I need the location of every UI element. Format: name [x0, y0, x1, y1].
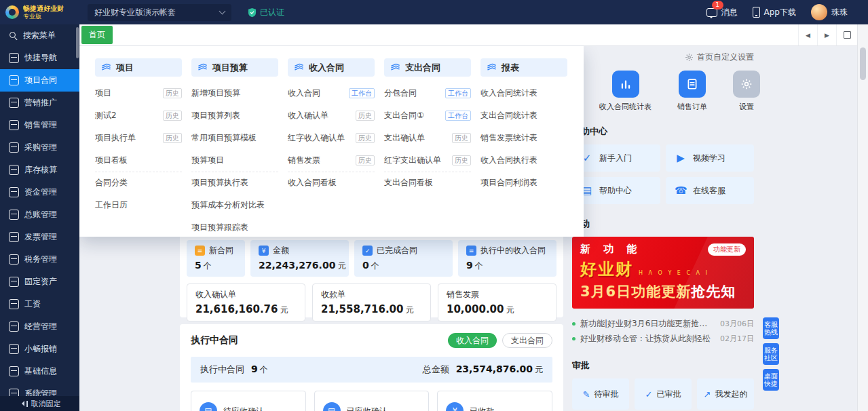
sidebar-item-payroll[interactable]: 工资: [0, 293, 79, 315]
menu-item[interactable]: 预算项目: [191, 153, 278, 172]
menu-item[interactable]: 项目预算执行表: [191, 176, 278, 189]
menu-item[interactable]: 收入确认单 历史: [288, 109, 375, 122]
menu-item[interactable]: 项目 历史: [95, 86, 182, 100]
menu-item[interactable]: 收入合同执行表: [480, 153, 567, 167]
menu-item[interactable]: 项目执行单 历史: [95, 131, 182, 144]
sidebar-item-label: 库存核算: [24, 164, 57, 176]
menu-item[interactable]: 收入合同看板: [288, 176, 375, 189]
stat-card[interactable]: ¥ 金额 22,243,276.00元: [250, 240, 349, 277]
menu-item[interactable]: 项目预算跟踪表: [191, 220, 278, 234]
menu-item[interactable]: 支出合同看板: [384, 176, 471, 189]
menu-item[interactable]: 支出合同① 工作台: [384, 109, 471, 122]
sidebar-item-funds[interactable]: 资金管理: [0, 181, 79, 203]
megamenu-item-list: 新增项目预算 项目预算列表 常用项目预算模板 预算项目 项目预算: [191, 86, 288, 234]
menu-item[interactable]: 测试2 历史: [95, 109, 182, 122]
scrollbar-thumb[interactable]: [860, 47, 866, 80]
sidebar-scroll-indicator[interactable]: [76, 27, 79, 58]
menu-item[interactable]: 支出确认单 历史: [384, 131, 471, 144]
tab-scroll-right-button[interactable]: ▶: [817, 24, 836, 45]
shortcut-income-contract-report[interactable]: 收入合同统计表: [599, 71, 652, 112]
floating-hotline-button[interactable]: 客服热线: [763, 317, 779, 339]
sidebar-item-operations[interactable]: 经营管理: [0, 315, 79, 338]
help-card[interactable]: ▶ 视频学习: [666, 144, 754, 172]
sidebar-item-quick-nav[interactable]: 快捷导航: [0, 47, 79, 69]
sidebar-item-search[interactable]: 搜索菜单: [0, 24, 79, 47]
document-stat-card[interactable]: 销售发票 10,000.00元: [438, 283, 556, 321]
stat-card[interactable]: ✓ 已完成合同 0个: [354, 240, 453, 277]
document-stat-card[interactable]: 收入确认单 21,616,160.76元: [187, 283, 305, 321]
approval-card[interactable]: ✎ 待审批: [572, 378, 629, 410]
help-card[interactable]: ☎ 在线客服: [666, 177, 754, 204]
menu-item[interactable]: 项目合同利润表: [480, 176, 567, 189]
news-item[interactable]: 好业财移动仓管：让拣货从此刻轻松 02月17日: [572, 331, 754, 346]
sidebar-item-marketing[interactable]: 营销推广: [0, 92, 79, 114]
account-set-selector[interactable]: 好业财专业版演示帐套: [88, 4, 231, 21]
menu-item[interactable]: 合同分类: [95, 176, 182, 189]
mini-card[interactable]: ▤ 已应收确认: [314, 391, 430, 411]
sidebar-item-inventory[interactable]: 库存核算: [0, 159, 79, 181]
sidebar-item-tax[interactable]: 税务管理: [0, 248, 79, 271]
promo-banner[interactable]: 新 功 能 功能更新 好业财 H A O Y E C A I 3月6日功能更新抢…: [572, 237, 754, 309]
approval-card[interactable]: ↗ 我发起的: [697, 378, 754, 410]
stat-card[interactable]: ≡ 新合同 5个: [187, 240, 245, 277]
menu-item[interactable]: 项目看板: [95, 153, 182, 172]
menu-item[interactable]: 销售发票 历史: [288, 153, 375, 172]
sidebar-item-label: 采购管理: [24, 142, 57, 153]
banner-tag: 新 功 能: [580, 243, 641, 256]
bullet-dot-icon: [572, 337, 575, 340]
sidebar-item-project-contract[interactable]: 项目合同: [0, 69, 79, 92]
sidebar-item-general-ledger[interactable]: 总账管理: [0, 203, 79, 226]
menu-item[interactable]: 分包合同 工作台: [384, 86, 471, 100]
user-menu[interactable]: 珠珠: [811, 4, 848, 20]
page-scrollbar[interactable]: [857, 24, 868, 411]
sidebar-item-fixed-assets[interactable]: 固定资产: [0, 271, 79, 293]
verified-badge[interactable]: 已认证: [248, 7, 284, 18]
news-item[interactable]: 新功能|好业财3月6日功能更新抢先知 03月06日: [572, 316, 754, 331]
stat-value: 5个: [195, 260, 237, 272]
sidebar-item-sales[interactable]: 销售管理: [0, 114, 79, 136]
stat-card[interactable]: ≡ 执行中的收入合同 9个: [458, 240, 556, 277]
megamenu-section-title: 项目预算: [212, 62, 248, 74]
banner-update-button[interactable]: 功能更新: [708, 243, 746, 256]
income-contract-pill[interactable]: 收入合同: [448, 333, 497, 348]
floating-desktop-shortcut-button[interactable]: 桌面快捷: [763, 369, 779, 391]
tab-scroll-left-button[interactable]: ◀: [798, 24, 817, 45]
banner-headline: 3月6日功能更新抢先知: [580, 282, 746, 301]
menu-item[interactable]: 红字收入确认单 历史: [288, 131, 375, 144]
shortcut-sales-order[interactable]: 销售订单: [677, 71, 707, 112]
megamenu-section-header: 报表: [480, 58, 567, 77]
menu-item[interactable]: 销售发票统计表: [480, 131, 567, 144]
document-stat-card[interactable]: 收款单 21,558,716.00元: [312, 283, 431, 321]
menu-item-badge: 历史: [356, 155, 375, 165]
menu-item[interactable]: 红字支出确认单 历史: [384, 153, 471, 172]
menu-item[interactable]: 收入合同统计表: [480, 86, 567, 100]
help-card[interactable]: ▤ 帮助中心: [572, 177, 660, 204]
unpin-sidebar-button[interactable]: 取消固定: [0, 396, 79, 411]
menu-item[interactable]: 项目预算列表: [191, 109, 278, 122]
floating-community-button[interactable]: 服务社区: [763, 343, 779, 365]
shortcut-settings[interactable]: 设置: [733, 71, 760, 112]
menu-item[interactable]: 常用项目预算模板: [191, 131, 278, 144]
approval-card[interactable]: ✓ 已审批: [635, 378, 692, 410]
menu-item[interactable]: 收入合同 工作台: [288, 86, 375, 100]
app-download-button[interactable]: App下载: [753, 7, 796, 18]
menu-item[interactable]: 预算成本分析对比表: [191, 198, 278, 212]
banner-title-row: 好业财 H A O Y E C A I: [580, 258, 746, 280]
menu-item[interactable]: 新增项目预算: [191, 86, 278, 100]
messages-button[interactable]: 1 消息: [706, 7, 738, 18]
sidebar-item-basic-info[interactable]: 基础信息: [0, 360, 79, 383]
sidebar-item-expense[interactable]: 小畅报销: [0, 338, 79, 360]
tab-home[interactable]: 首页: [81, 26, 113, 44]
home-customize-button[interactable]: 首页自定义设置: [572, 52, 754, 62]
help-card[interactable]: ✓ 新手入门: [572, 144, 660, 172]
sidebar-item-purchase[interactable]: 采购管理: [0, 136, 79, 159]
mini-card[interactable]: ▤ 待应收确认: [191, 391, 306, 411]
menu-item[interactable]: 支出合同统计表: [480, 109, 567, 122]
menu-item[interactable]: 工作日历: [95, 198, 182, 212]
expense-contract-pill[interactable]: 支出合同: [502, 333, 552, 348]
fullscreen-button[interactable]: [836, 24, 857, 45]
mini-card[interactable]: ¥ 已收款: [437, 391, 552, 411]
activity-title: 活动: [572, 218, 754, 230]
document-stat-value: 10,000.00元: [447, 303, 548, 316]
sidebar-item-invoice[interactable]: 发票管理: [0, 226, 79, 248]
